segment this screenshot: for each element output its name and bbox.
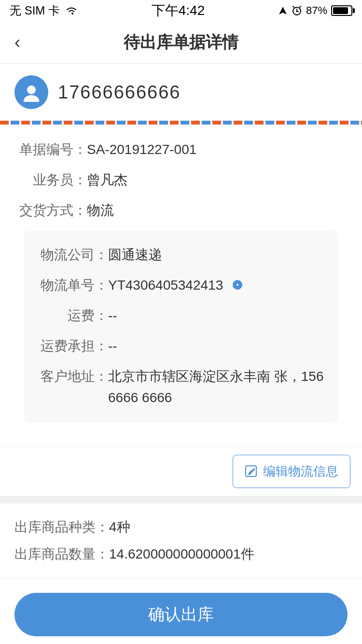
status-left: 无 SIM 卡 xyxy=(10,3,78,18)
address-value: 北京市市辖区海淀区永丰南 张，156 6666 6666 xyxy=(108,366,326,409)
confirm-button-label: 确认出库 xyxy=(148,603,214,626)
freight-bear-label: 运费承担： xyxy=(36,336,108,357)
status-time: 下午4:42 xyxy=(152,1,205,20)
location-arrow-icon xyxy=(278,6,288,15)
dashed-divider xyxy=(0,121,362,125)
delivery-row: 交货方式： 物流 xyxy=(14,200,348,222)
goods-section: 出库商品种类： 4种 出库商品数量： 14.620000000000001件 xyxy=(0,504,362,578)
section-divider-1 xyxy=(0,496,362,504)
nav-bar: ‹ 待出库单据详情 xyxy=(0,21,362,64)
confirm-button-container: 确认出库 xyxy=(0,585,362,644)
logistics-company-row: 物流公司： 圆通速递 xyxy=(36,244,326,266)
battery-icon xyxy=(331,5,352,16)
svg-point-6 xyxy=(24,95,39,102)
goods-types-label: 出库商品种类： xyxy=(14,518,109,536)
logistics-company-value: 圆通速递 xyxy=(108,244,326,266)
salesman-row: 业务员： 曾凡杰 xyxy=(14,169,348,191)
goods-quantity-label: 出库商品数量： xyxy=(14,545,109,563)
logistics-card: 物流公司： 圆通速递 物流单号： YT4306405342413 运费： -- xyxy=(24,231,338,422)
goods-quantity-value: 14.620000000000001件 xyxy=(109,545,254,563)
freight-value: -- xyxy=(108,305,326,327)
edit-icon xyxy=(245,465,258,478)
svg-line-4 xyxy=(300,6,301,7)
avatar xyxy=(14,75,48,109)
goods-types-row: 出库商品种类： 4种 xyxy=(14,518,348,536)
status-bar: 无 SIM 卡 下午4:42 87% xyxy=(0,0,362,21)
logistics-tracking-label: 物流单号： xyxy=(36,275,108,296)
edit-logistics-label: 编辑物流信息 xyxy=(263,463,338,480)
user-phone: 17666666666 xyxy=(58,82,181,103)
logistics-company-label: 物流公司： xyxy=(36,244,108,266)
salesman-value: 曾凡杰 xyxy=(87,169,348,191)
document-number-label: 单据编号： xyxy=(14,139,87,161)
logistics-tracking-row: 物流单号： YT4306405342413 xyxy=(36,275,326,296)
address-row: 客户地址： 北京市市辖区海淀区永丰南 张，156 6666 6666 xyxy=(36,366,326,409)
document-number-value: SA-20191227-001 xyxy=(87,139,348,161)
logistics-tracking-value: YT4306405342413 xyxy=(108,275,326,296)
svg-point-10 xyxy=(237,284,238,286)
salesman-label: 业务员： xyxy=(14,169,87,191)
document-number-row: 单据编号： SA-20191227-001 xyxy=(14,139,348,161)
edit-logistics-row: 编辑物流信息 xyxy=(0,447,362,496)
user-header: 17666666666 xyxy=(0,64,362,121)
svg-point-5 xyxy=(27,85,36,94)
basic-info-section: 单据编号： SA-20191227-001 业务员： 曾凡杰 交货方式： 物流 … xyxy=(0,125,362,447)
battery-percent: 87% xyxy=(306,4,327,17)
freight-row: 运费： -- xyxy=(36,305,326,327)
freight-label: 运费： xyxy=(36,305,108,327)
confirm-button[interactable]: 确认出库 xyxy=(14,593,348,636)
address-label: 客户地址： xyxy=(36,366,108,388)
map-pin-icon[interactable] xyxy=(229,277,246,294)
tracking-number-text: YT4306405342413 xyxy=(108,275,223,296)
status-right: 87% xyxy=(278,4,352,17)
goods-quantity-row: 出库商品数量： 14.620000000000001件 xyxy=(14,545,348,563)
svg-line-3 xyxy=(293,6,294,7)
freight-bear-row: 运费承担： -- xyxy=(36,336,326,357)
sim-status: 无 SIM 卡 xyxy=(10,3,60,18)
back-button[interactable]: ‹ xyxy=(14,32,20,53)
delivery-value: 物流 xyxy=(87,200,348,222)
alarm-icon xyxy=(292,5,302,16)
wifi-icon xyxy=(65,6,78,15)
delivery-label: 交货方式： xyxy=(14,200,87,222)
goods-types-value: 4种 xyxy=(109,518,130,536)
freight-bear-value: -- xyxy=(108,336,326,357)
page-title: 待出库单据详情 xyxy=(124,31,238,54)
edit-logistics-button[interactable]: 编辑物流信息 xyxy=(233,455,350,488)
